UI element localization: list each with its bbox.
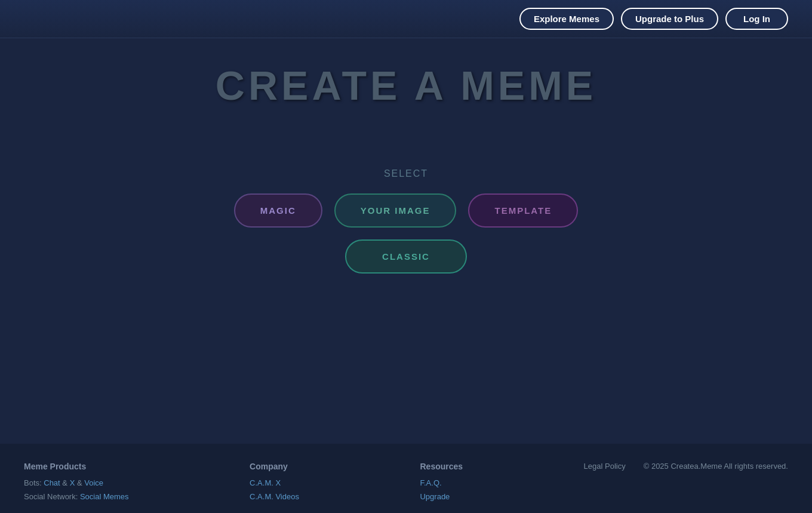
footer-faq-link[interactable]: F.A.Q. xyxy=(420,478,463,487)
footer-copyright: © 2025 Createa.Meme All rights reserved. xyxy=(644,462,788,471)
bots-x-link[interactable]: X xyxy=(70,478,75,487)
main-content: CREATE A MEME SELECT MAGIC YOUR IMAGE TE… xyxy=(0,38,812,444)
your-image-button[interactable]: YOUR IMAGE xyxy=(334,193,457,228)
header: Explore Memes Upgrade to Plus Log In xyxy=(0,0,812,38)
footer-resources-col: Resources F.A.Q. Upgrade xyxy=(420,462,463,501)
footer-company-heading: Company xyxy=(250,462,299,471)
footer-legal-link[interactable]: Legal Policy xyxy=(584,462,626,471)
login-button[interactable]: Log In xyxy=(725,8,788,30)
template-button[interactable]: TEMPLATE xyxy=(468,193,578,228)
magic-button[interactable]: MAGIC xyxy=(234,193,322,228)
footer-company-col: Company C.A.M. X C.A.M. Videos xyxy=(250,462,299,501)
footer-cam-videos-link[interactable]: C.A.M. Videos xyxy=(250,492,299,501)
upgrade-button[interactable]: Upgrade to Plus xyxy=(621,8,718,30)
footer-cam-x-link[interactable]: C.A.M. X xyxy=(250,478,299,487)
select-label: SELECT xyxy=(384,168,428,179)
bots-voice-link[interactable]: Voice xyxy=(84,478,103,487)
footer-social-text: Social Network: Social Memes xyxy=(24,492,129,501)
mode-buttons-row: MAGIC YOUR IMAGE TEMPLATE xyxy=(234,193,578,228)
footer-bots-text: Bots: Chat & X & Voice xyxy=(24,478,129,487)
mode-buttons-row-bottom: CLASSIC xyxy=(345,239,467,274)
bots-chat-link[interactable]: Chat xyxy=(44,478,60,487)
explore-memes-button[interactable]: Explore Memes xyxy=(519,8,614,30)
page-title: CREATE A MEME xyxy=(216,62,596,109)
footer-upgrade-link[interactable]: Upgrade xyxy=(420,492,463,501)
classic-button[interactable]: CLASSIC xyxy=(345,239,467,274)
footer-resources-heading: Resources xyxy=(420,462,463,471)
footer-products-heading: Meme Products xyxy=(24,462,129,471)
social-link[interactable]: Social Memes xyxy=(80,492,129,501)
bots-prefix: Bots: xyxy=(24,478,44,487)
footer-products-col: Meme Products Bots: Chat & X & Voice Soc… xyxy=(24,462,129,501)
footer: Meme Products Bots: Chat & X & Voice Soc… xyxy=(0,444,812,513)
social-prefix: Social Network: xyxy=(24,492,80,501)
footer-legal-col: Legal Policy © 2025 Createa.Meme All rig… xyxy=(584,462,788,471)
